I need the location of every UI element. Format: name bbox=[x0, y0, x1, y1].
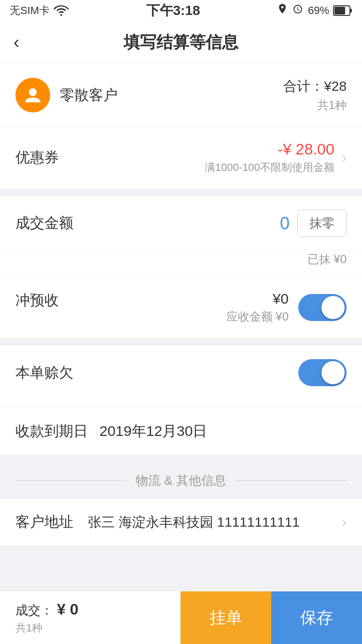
deal-amount-section: 成交金额 抹零 已抹 ¥0 冲预收 ¥0 应收金额 ¥0 bbox=[0, 196, 362, 338]
customer-total: 合计：¥28 共1种 bbox=[283, 77, 347, 113]
address-row[interactable]: 客户地址 张三 海淀永丰科技园 11111111111 › bbox=[0, 499, 362, 546]
logistics-label: 物流 & 其他信息 bbox=[136, 472, 226, 489]
divider-line-right bbox=[236, 480, 347, 481]
wifi-icon bbox=[54, 5, 69, 16]
customer-row: 零散客户 合计：¥28 共1种 bbox=[0, 64, 362, 126]
due-date-row: 收款到期日 2019年12月30日 bbox=[0, 407, 362, 455]
status-bar: 无SIM卡 下午3:18 69% bbox=[0, 0, 362, 21]
svg-rect-2 bbox=[334, 7, 345, 14]
status-right: 69% bbox=[277, 4, 352, 17]
prepayment-amount: ¥0 bbox=[226, 291, 289, 307]
bottom-deal-label: 成交： bbox=[15, 602, 53, 619]
total-count: 共1种 bbox=[283, 98, 347, 113]
pending-button[interactable]: 挂单 bbox=[181, 591, 271, 644]
status-time: 下午3:18 bbox=[146, 1, 200, 20]
debt-section: 本单赊欠 收款到期日 2019年12月30日 bbox=[0, 346, 362, 455]
customer-name: 零散客户 bbox=[60, 85, 118, 105]
address-chevron-icon: › bbox=[342, 515, 347, 530]
coupon-right: -¥ 28.00 满1000-100不限制使用金额 › bbox=[205, 140, 347, 175]
due-date-value: 2019年12月30日 bbox=[99, 421, 207, 441]
page-title: 填写结算等信息 bbox=[124, 31, 238, 54]
divider-line-left bbox=[15, 480, 126, 481]
debt-toggle[interactable] bbox=[298, 359, 347, 386]
customer-section: 零散客户 合计：¥28 共1种 优惠券 -¥ 28.00 满1000-100不限… bbox=[0, 64, 362, 188]
prepayment-toggle[interactable] bbox=[298, 294, 347, 321]
chevron-right-icon: › bbox=[342, 150, 347, 166]
prepayment-amounts: ¥0 应收金额 ¥0 bbox=[226, 291, 289, 324]
svg-rect-1 bbox=[350, 9, 352, 13]
address-value: 张三 海淀永丰科技园 11111111111 bbox=[88, 513, 338, 532]
prepayment-label: 冲预收 bbox=[15, 291, 83, 310]
back-button[interactable]: ‹ bbox=[14, 32, 19, 53]
save-button[interactable]: 保存 bbox=[271, 591, 362, 644]
user-icon bbox=[23, 85, 43, 105]
battery-level: 69% bbox=[308, 4, 329, 17]
logistics-divider: 物流 & 其他信息 bbox=[0, 462, 362, 499]
svg-point-3 bbox=[29, 88, 37, 96]
bottom-bar: 成交： ¥ 0 共1种 挂单 保存 bbox=[0, 591, 362, 644]
coupon-row[interactable]: 优惠券 -¥ 28.00 满1000-100不限制使用金额 › bbox=[0, 126, 362, 188]
customer-avatar bbox=[15, 78, 50, 112]
battery-icon bbox=[333, 5, 352, 16]
address-label: 客户地址 bbox=[15, 512, 78, 532]
due-date-label: 收款到期日 bbox=[15, 421, 88, 441]
location-icon bbox=[277, 4, 288, 17]
total-amount: 合计：¥28 bbox=[283, 77, 347, 96]
bottom-deal-count: 共1种 bbox=[15, 621, 165, 635]
status-left: 无SIM卡 bbox=[10, 3, 69, 18]
coupon-label: 优惠券 bbox=[15, 148, 59, 168]
debt-row: 本单赊欠 bbox=[0, 346, 362, 400]
deal-amount-input[interactable] bbox=[251, 213, 290, 234]
bottom-deal-amount: ¥ 0 bbox=[57, 601, 78, 618]
deal-amount-controls: 抹零 bbox=[251, 210, 347, 237]
coupon-desc: 满1000-100不限制使用金额 bbox=[205, 160, 334, 175]
round-off-button[interactable]: 抹零 bbox=[297, 210, 347, 237]
coupon-amount: -¥ 28.00 bbox=[205, 140, 334, 158]
sim-status: 无SIM卡 bbox=[10, 3, 50, 18]
customer-info: 零散客户 bbox=[15, 78, 118, 112]
bottom-summary: 成交： ¥ 0 共1种 bbox=[0, 601, 181, 635]
debt-label: 本单赊欠 bbox=[15, 363, 73, 383]
alarm-icon bbox=[292, 4, 304, 17]
prepayment-row: 冲预收 ¥0 应收金额 ¥0 bbox=[0, 277, 362, 338]
deal-amount-row: 成交金额 抹零 bbox=[0, 196, 362, 251]
deal-amount-label: 成交金额 bbox=[15, 213, 83, 233]
receivable-amount: 应收金额 ¥0 bbox=[226, 309, 289, 324]
coupon-info: -¥ 28.00 满1000-100不限制使用金额 bbox=[205, 140, 334, 175]
nav-bar: ‹ 填写结算等信息 bbox=[0, 21, 362, 64]
already-rounded: 已抹 ¥0 bbox=[307, 252, 347, 266]
